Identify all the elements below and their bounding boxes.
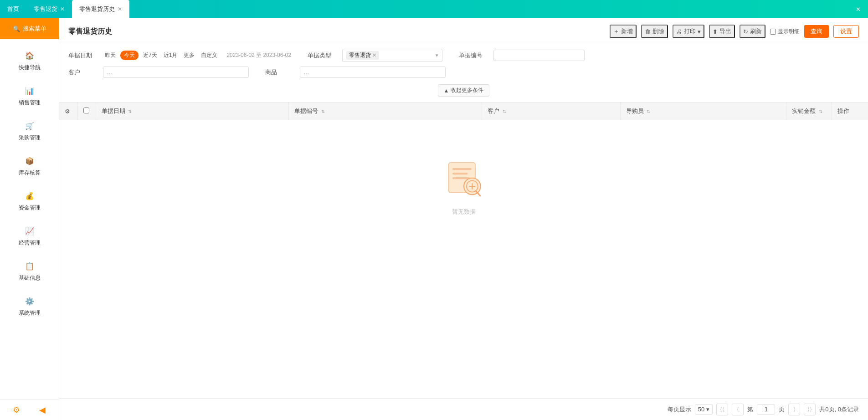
customer-input[interactable] — [103, 67, 249, 78]
content-area: 零售退货历史 ＋ 新增 🗑 删除 🖨 打印 ▾ ⬆ 导出 — [59, 18, 868, 420]
page-header: 零售退货历史 ＋ 新增 🗑 删除 🖨 打印 ▾ ⬆ 导出 — [59, 18, 868, 43]
sidebar-item-system-mgmt-label: 系统管理 — [19, 309, 41, 317]
collapse-button[interactable]: ▲ 收起更多条件 — [438, 84, 490, 97]
empty-text: 暂无数据 — [452, 208, 476, 216]
th-customer[interactable]: 客户 ⇅ — [482, 102, 621, 120]
svg-rect-3 — [452, 177, 470, 179]
select-all-checkbox[interactable] — [83, 108, 89, 113]
tab-retail-return-history-label: 零售退货历史 — [79, 5, 115, 13]
th-check[interactable] — [77, 102, 96, 120]
th-settings[interactable]: ⚙ — [59, 102, 77, 120]
show-detail-input[interactable] — [770, 29, 776, 35]
tab-home[interactable]: 首页 — [0, 0, 26, 18]
voucher-type-tag-remove[interactable]: ✕ — [372, 52, 376, 58]
page-label-prefix: 第 — [747, 405, 753, 414]
sidebar-item-finance-label: 资金管理 — [19, 204, 41, 212]
th-guide-sort-icon: ⇅ — [647, 109, 650, 114]
sidebar-collapse-button[interactable]: ◀ — [35, 403, 50, 417]
refresh-button-label: 刷新 — [750, 27, 762, 36]
export-icon: ⬆ — [713, 28, 718, 35]
date-opt-more[interactable]: 更多 — [182, 51, 196, 60]
th-guide-label: 导购员 — [626, 108, 644, 114]
sidebar-item-purchase-mgmt[interactable]: 🛒 采购管理 — [0, 113, 59, 148]
export-button[interactable]: ⬆ 导出 — [709, 25, 735, 38]
search-icon: 🔍 — [13, 26, 20, 32]
th-actions-label: 操作 — [837, 108, 849, 114]
sidebar-search-button[interactable]: 🔍 搜索菜单 — [0, 18, 59, 39]
purchase-mgmt-icon: 🛒 — [23, 119, 36, 132]
finance-icon: 💰 — [23, 190, 36, 202]
date-opt-custom[interactable]: 自定义 — [199, 51, 219, 60]
show-detail-checkbox[interactable]: 显示明细 — [770, 28, 800, 36]
th-no-label: 单据编号 — [294, 108, 318, 114]
print-button[interactable]: 🖨 打印 ▾ — [673, 25, 704, 38]
delete-button[interactable]: 🗑 删除 — [641, 25, 668, 38]
date-opt-last7days[interactable]: 近7天 — [141, 51, 159, 60]
last-page-button[interactable]: ⟩⟩ — [804, 404, 816, 415]
new-button-label: 新增 — [621, 27, 633, 36]
sidebar-item-system-mgmt[interactable]: ⚙️ 系统管理 — [0, 288, 59, 323]
voucher-type-arrow-icon: ▾ — [436, 52, 438, 58]
sidebar-item-sales-mgmt[interactable]: 📊 销售管理 — [0, 78, 59, 113]
page-label-suffix: 页 — [779, 405, 785, 414]
date-opt-yesterday[interactable]: 昨天 — [103, 51, 118, 60]
svg-rect-1 — [452, 168, 472, 170]
empty-icon — [441, 157, 487, 202]
page-size-select[interactable]: 50 ▾ — [695, 404, 713, 415]
th-date-label: 单据日期 — [102, 108, 125, 114]
sidebar-item-finance[interactable]: 💰 资金管理 — [0, 183, 59, 218]
page-size-arrow-icon: ▾ — [706, 406, 709, 413]
th-customer-label: 客户 — [488, 108, 499, 114]
sidebar-item-quick-nav[interactable]: 🏠 快捷导航 — [0, 43, 59, 78]
date-opt-last1month[interactable]: 近1月 — [162, 51, 180, 60]
new-button[interactable]: ＋ 新增 — [610, 25, 637, 38]
th-amount[interactable]: 实销金额 ⇅ — [786, 102, 832, 120]
first-page-button[interactable]: ⟨⟨ — [716, 404, 728, 415]
sidebar-item-inventory[interactable]: 📦 库存核算 — [0, 148, 59, 183]
tab-retail-return-label: 零售退货 — [34, 5, 57, 13]
date-options: 昨天 今天 近7天 近1月 更多 自定义 — [103, 51, 219, 60]
sidebar-settings-button[interactable]: ⚙ — [9, 403, 24, 417]
export-button-label: 导出 — [719, 27, 731, 36]
quick-nav-icon: 🏠 — [23, 49, 36, 62]
page-size-label: 每页显示 — [668, 405, 691, 414]
print-icon: 🖨 — [676, 28, 682, 35]
th-actions: 操作 — [832, 102, 868, 120]
collapse-up-icon: ▲ — [444, 87, 449, 94]
sidebar: 🔍 搜索菜单 🏠 快捷导航 📊 销售管理 🛒 采购管理 📦 库存核算 💰 — [0, 18, 59, 420]
date-opt-today[interactable]: 今天 — [120, 51, 139, 60]
customer-label: 客户 — [68, 68, 96, 77]
settings-button[interactable]: 设置 — [833, 25, 859, 38]
refresh-button[interactable]: ↻ 刷新 — [740, 25, 765, 38]
tab-retail-return-history[interactable]: 零售退货历史 ✕ — [72, 0, 129, 18]
prev-page-button[interactable]: ⟨ — [732, 404, 744, 415]
page-actions: ＋ 新增 🗑 删除 🖨 打印 ▾ ⬆ 导出 ↻ 刷新 — [610, 25, 859, 38]
query-button[interactable]: 查询 — [804, 25, 829, 38]
delete-button-label: 删除 — [652, 27, 664, 36]
voucher-no-input[interactable] — [493, 50, 585, 61]
sidebar-item-inventory-label: 库存核算 — [19, 169, 41, 177]
th-guide[interactable]: 导购员 ⇅ — [620, 102, 786, 120]
data-table: ⚙ 单据日期 ⇅ 单据编号 ⇅ — [59, 102, 868, 252]
window-close-button[interactable]: ✕ — [856, 6, 868, 13]
th-date[interactable]: 单据日期 ⇅ — [96, 102, 289, 120]
voucher-type-tag: 零售退货 ✕ — [346, 51, 379, 60]
table-header-row: ⚙ 单据日期 ⇅ 单据编号 ⇅ — [59, 102, 868, 120]
page-number-input[interactable] — [757, 404, 775, 415]
empty-state-row: 暂无数据 — [59, 120, 868, 253]
date-range-display: 2023-06-02 至 2023-06-02 — [226, 51, 291, 59]
filter-bar: 单据日期 昨天 今天 近7天 近1月 更多 自定义 2023-06-02 至 2… — [59, 43, 868, 102]
sidebar-item-basic-info[interactable]: 📋 基础信息 — [0, 253, 59, 288]
sidebar-item-operations[interactable]: 📈 经营管理 — [0, 218, 59, 253]
goods-input[interactable] — [300, 67, 446, 78]
refresh-icon: ↻ — [743, 28, 748, 35]
tab-retail-return[interactable]: 零售退货 ✕ — [26, 0, 72, 18]
tab-retail-return-history-close[interactable]: ✕ — [118, 6, 122, 12]
tab-retail-return-close[interactable]: ✕ — [60, 6, 65, 12]
pagination-bar: 每页显示 50 ▾ ⟨⟨ ⟨ 第 页 ⟩ ⟩⟩ 共0页, 0条记录 — [59, 398, 868, 420]
voucher-type-select[interactable]: 零售退货 ✕ ▾ — [342, 49, 442, 62]
voucher-type-tag-text: 零售退货 — [349, 51, 371, 59]
th-no[interactable]: 单据编号 ⇅ — [289, 102, 482, 120]
next-page-button[interactable]: ⟩ — [788, 404, 800, 415]
sidebar-item-basic-info-label: 基础信息 — [19, 274, 41, 282]
